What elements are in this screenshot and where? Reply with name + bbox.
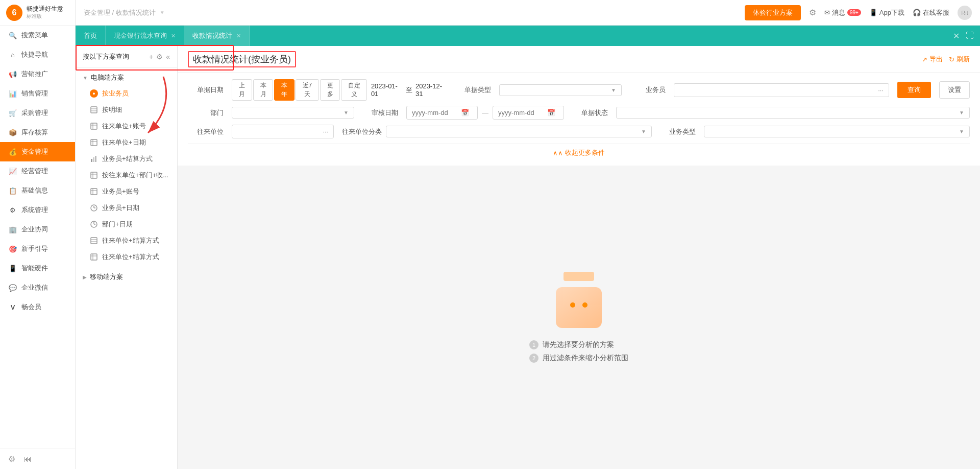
online-service-btn[interactable]: 🎧 在线客服 bbox=[913, 8, 949, 17]
settings-icon[interactable]: ⚙ bbox=[809, 8, 816, 17]
date-btn-7days[interactable]: 近7天 bbox=[296, 79, 319, 101]
svg-rect-9 bbox=[91, 159, 92, 162]
date-btn-custom[interactable]: 自定义 bbox=[341, 79, 367, 101]
scheme-item-unit-date[interactable]: 往来单位+日期 bbox=[76, 134, 177, 151]
sidebar-item-wechat[interactable]: 💬 企业微信 bbox=[0, 278, 75, 297]
svg-rect-6 bbox=[91, 139, 97, 146]
doc-status-select[interactable]: ▼ bbox=[616, 107, 970, 119]
settings-footer-btn[interactable]: ⚙ bbox=[8, 454, 15, 464]
app-download-icon: 📱 bbox=[869, 9, 877, 16]
settings-query-btn[interactable]: 设置 bbox=[939, 81, 970, 99]
scheme-item-salesperson-settle[interactable]: 业务员+结算方式 bbox=[76, 151, 177, 167]
tab-receipt-stat[interactable]: 收款情况统计 ✕ bbox=[184, 26, 250, 46]
export-btn[interactable]: ↗ 导出 bbox=[922, 55, 943, 64]
sidebar-item-operation-label: 经营管理 bbox=[21, 167, 48, 176]
sidebar-item-quick-nav[interactable]: ⌂ 快捷导航 bbox=[0, 45, 75, 64]
sidebar-item-member-label: 畅会员 bbox=[21, 302, 41, 312]
date-filter-label: 单据日期 bbox=[188, 85, 224, 95]
user-avatar[interactable]: Rit bbox=[958, 6, 972, 20]
sidebar-item-basic[interactable]: 📋 基础信息 bbox=[0, 181, 75, 200]
scheme-group-pc-title[interactable]: ▼ 电脑端方案 bbox=[76, 70, 177, 85]
counterpart-label: 往来单位 bbox=[188, 127, 224, 136]
tabbar: 首页 现金银行流水查询 ✕ 收款情况统计 ✕ ✕ ⛶ bbox=[76, 26, 980, 46]
svg-rect-3 bbox=[91, 123, 97, 129]
mobile-group-label: 移动端方案 bbox=[90, 272, 123, 282]
scheme-item-salesperson-account[interactable]: 业务员+账号 bbox=[76, 183, 177, 200]
review-date-to-field[interactable] bbox=[498, 109, 544, 116]
review-date-from-field[interactable] bbox=[412, 109, 458, 116]
sidebar-item-sales[interactable]: 📊 销售管理 bbox=[0, 84, 75, 103]
breadcrumb-dropdown-icon[interactable]: ▼ bbox=[160, 10, 165, 15]
tab-maximize-icon[interactable]: ⛶ bbox=[966, 31, 974, 40]
date-to-value: 2023-12-31 bbox=[415, 82, 447, 98]
tab-home[interactable]: 首页 bbox=[76, 26, 106, 46]
tab-bank-flow-close-icon[interactable]: ✕ bbox=[171, 33, 176, 39]
refresh-btn[interactable]: ↻ 刷新 bbox=[949, 55, 970, 64]
date-btn-this-month[interactable]: 本月 bbox=[253, 79, 274, 101]
tab-close-all-icon[interactable]: ✕ bbox=[953, 31, 960, 41]
logo-area: 6 畅捷通好生意 标准版 bbox=[0, 0, 75, 26]
salesperson-select[interactable]: ··· bbox=[674, 83, 889, 97]
date-btn-this-year[interactable]: 本年 bbox=[274, 79, 295, 101]
date-btn-last-month[interactable]: 上月 bbox=[232, 79, 252, 101]
sidebar-item-guide[interactable]: 🎯 新手引导 bbox=[0, 239, 75, 259]
counterpart-more-icon[interactable]: ··· bbox=[323, 128, 328, 135]
scheme-item-by-salesperson[interactable]: ● 按业务员 bbox=[76, 85, 177, 102]
tab-receipt-stat-close-icon[interactable]: ✕ bbox=[236, 33, 241, 39]
trial-btn[interactable]: 体验行业方案 bbox=[745, 5, 801, 20]
dept-select[interactable]: ▼ bbox=[232, 107, 354, 119]
scheme-item-by-detail[interactable]: 按明细 bbox=[76, 102, 177, 118]
sidebar-item-marketing[interactable]: 📢 营销推广 bbox=[0, 64, 75, 84]
logo-text-area: 畅捷通好生意 标准版 bbox=[27, 5, 63, 20]
export-label: 导出 bbox=[929, 55, 943, 64]
sidebar-item-inventory[interactable]: 📦 库存核算 bbox=[0, 123, 75, 142]
sidebar-item-purchase[interactable]: 🛒 采购管理 bbox=[0, 103, 75, 123]
system-icon: ⚙ bbox=[8, 205, 17, 215]
app-download-btn[interactable]: 📱 App下载 bbox=[869, 8, 904, 17]
doc-type-select[interactable]: ▼ bbox=[499, 84, 622, 96]
dept-label: 部门 bbox=[188, 108, 224, 118]
review-date-from-input[interactable]: 📅 bbox=[406, 106, 478, 120]
scheme-item-unit-dept[interactable]: 按往来单位+部门+收... bbox=[76, 167, 177, 183]
date-range-display: 2023-01-01 至 2023-12-31 bbox=[371, 82, 447, 98]
page-header: 收款情况统计(按业务员) ↗ 导出 ↻ 刷新 bbox=[178, 46, 980, 73]
scheme-settings-icon[interactable]: ⚙ bbox=[156, 53, 163, 61]
scheme-item-unit-settle2[interactable]: 往来单位+结算方式 bbox=[76, 249, 177, 265]
content-area: 1 请先选择要分析的方案 2 用过滤条件来缩小分析范围 bbox=[178, 166, 980, 469]
date-btn-more[interactable]: 更多 bbox=[320, 79, 340, 101]
calendar-to-icon[interactable]: 📅 bbox=[547, 109, 555, 116]
collapse-panel-icon[interactable]: « bbox=[166, 53, 170, 61]
scheme-item-unit-account[interactable]: 往来单位+账号 bbox=[76, 118, 177, 134]
filter-row-1: 单据日期 上月 本月 本年 近7天 更多 自定义 2023-01-01 至 bbox=[188, 79, 970, 101]
counterpart-class-select[interactable]: ▼ bbox=[386, 126, 652, 137]
add-scheme-icon[interactable]: + bbox=[149, 53, 153, 61]
sidebar-item-member[interactable]: V 畅会员 bbox=[0, 297, 75, 317]
collapse-bar[interactable]: ∧∧ 收起更多条件 bbox=[188, 144, 970, 161]
scheme-item-dept-date[interactable]: 部门+日期 bbox=[76, 216, 177, 232]
collapse-sidebar-btn[interactable]: ⏮ bbox=[23, 455, 32, 464]
salesperson-more-icon[interactable]: ··· bbox=[878, 86, 884, 94]
sidebar-item-inventory-label: 库存核算 bbox=[21, 128, 48, 137]
counterpart-select[interactable]: ··· bbox=[232, 125, 334, 138]
sidebar-item-operation[interactable]: 📈 经营管理 bbox=[0, 161, 75, 181]
tabbar-right: ✕ ⛶ bbox=[947, 26, 980, 46]
calendar-from-icon[interactable]: 📅 bbox=[461, 109, 469, 116]
doc-type-label: 单据类型 bbox=[455, 85, 491, 95]
sidebar-item-system[interactable]: ⚙ 系统管理 bbox=[0, 200, 75, 220]
review-date-to-input[interactable]: 📅 bbox=[493, 106, 564, 120]
sidebar-item-hardware[interactable]: 📱 智能硬件 bbox=[0, 259, 75, 278]
scheme-item-salesperson-date[interactable]: 业务员+日期 bbox=[76, 200, 177, 216]
sidebar-menu: 🔍 搜索菜单 ⌂ 快捷导航 📢 营销推广 📊 销售管理 🛒 采购管理 📦 库存核… bbox=[0, 26, 75, 449]
query-btn[interactable]: 查询 bbox=[897, 82, 931, 98]
unit-settle2-icon bbox=[90, 253, 98, 261]
messages-btn[interactable]: ✉ 消息 99+ bbox=[824, 8, 861, 17]
tab-bank-flow[interactable]: 现金银行流水查询 ✕ bbox=[106, 26, 184, 46]
biz-type-label: 业务类型 bbox=[660, 127, 696, 136]
sidebar-item-finance[interactable]: 💰 资金管理 bbox=[0, 142, 75, 161]
scheme-item-unit-settle1[interactable]: 往来单位+结算方式 bbox=[76, 232, 177, 249]
sidebar-item-search[interactable]: 🔍 搜索菜单 bbox=[0, 26, 75, 45]
scheme-group-mobile-title[interactable]: ▶ 移动端方案 bbox=[76, 269, 177, 285]
biz-type-select[interactable]: ▼ bbox=[704, 126, 970, 137]
sidebar-item-enterprise[interactable]: 🏢 企业协同 bbox=[0, 220, 75, 239]
sidebar-item-finance-label: 资金管理 bbox=[21, 147, 48, 156]
